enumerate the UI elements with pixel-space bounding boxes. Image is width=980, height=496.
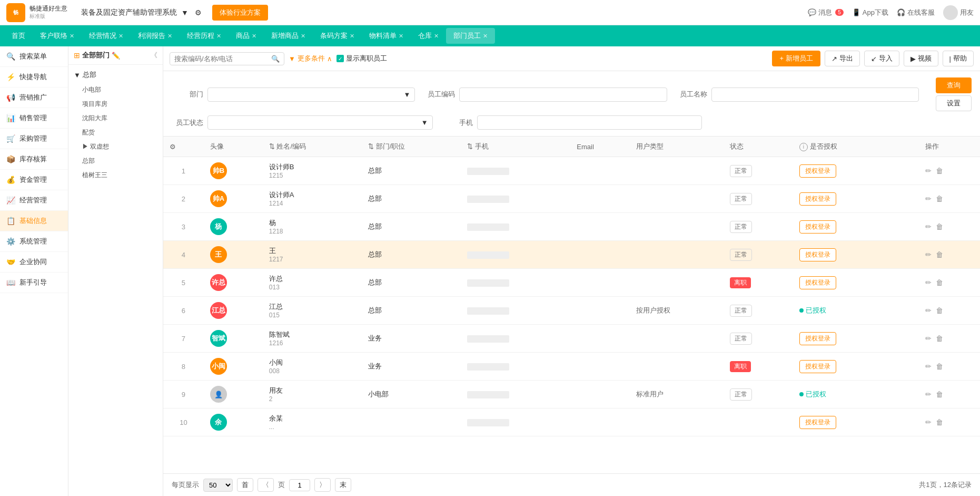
dept-item-xiaodian[interactable]: 小电部 xyxy=(77,83,163,97)
dept-item-zongbu[interactable]: 总部 xyxy=(77,154,163,168)
per-page-select[interactable]: 50 20 100 xyxy=(203,479,233,492)
edit-icon[interactable]: ✏ xyxy=(925,222,932,231)
user-menu[interactable]: 用友 xyxy=(943,5,974,20)
edit-icon[interactable]: ✏ xyxy=(925,334,932,343)
nav-business[interactable]: 📈 经营管理 xyxy=(0,190,68,211)
delete-icon[interactable]: 🗑 xyxy=(936,250,943,259)
tab-operations[interactable]: 经营情况 ✕ xyxy=(82,28,131,44)
col-phone[interactable]: ⇅ 手机 xyxy=(461,137,570,157)
delete-icon[interactable]: 🗑 xyxy=(936,167,943,175)
auth-info-icon[interactable]: i xyxy=(799,143,808,151)
edit-icon[interactable]: ✏ xyxy=(925,306,932,315)
settings-icon[interactable]: ⚙ xyxy=(193,6,204,19)
delete-icon[interactable]: 🗑 xyxy=(936,390,943,398)
row-email xyxy=(570,353,630,381)
nav-shortcuts[interactable]: ⚡ 快捷导航 xyxy=(0,67,68,87)
first-page-button[interactable]: 首 xyxy=(237,478,253,492)
nav-finance[interactable]: 💰 资金管理 xyxy=(0,170,68,190)
message-button[interactable]: 💬 消息 5 xyxy=(808,8,844,17)
export-button[interactable]: ↗ 导出 xyxy=(825,51,860,66)
edit-icon[interactable]: ✏ xyxy=(925,167,932,175)
view-button[interactable]: ▶ 视频 xyxy=(904,51,938,66)
tab-barcode[interactable]: 条码方案 ✕ xyxy=(313,28,362,44)
tab-customer[interactable]: 客户联络 ✕ xyxy=(33,28,82,44)
delete-icon[interactable]: 🗑 xyxy=(936,306,943,315)
row-status xyxy=(724,409,793,436)
tab-home[interactable]: 首页 xyxy=(4,28,33,44)
delete-icon[interactable]: 🗑 xyxy=(936,418,943,426)
filter-status-select[interactable]: ▼ xyxy=(207,115,433,130)
add-employee-button[interactable]: + 新增员工 xyxy=(772,51,820,66)
nav-inventory[interactable]: 📦 库存核算 xyxy=(0,149,68,170)
authorize-button[interactable]: 授权登录 xyxy=(799,220,836,234)
nav-marketing[interactable]: 📢 营销推广 xyxy=(0,87,68,108)
trial-button[interactable]: 体验行业方案 xyxy=(212,5,268,21)
authorize-button[interactable]: 授权登录 xyxy=(799,332,836,345)
delete-icon[interactable]: 🗑 xyxy=(936,194,943,203)
dept-item-shuangxu[interactable]: ▶ 双虚想 xyxy=(77,140,163,154)
authorize-button[interactable]: 授权登录 xyxy=(799,276,836,289)
tab-history[interactable]: 经营历程 ✕ xyxy=(180,28,229,44)
dept-item-shenyang[interactable]: 沈阳大库 xyxy=(77,111,163,125)
authorize-button[interactable]: 授权登录 xyxy=(799,360,836,373)
dept-item-project[interactable]: 项目库房 xyxy=(77,97,163,111)
edit-icon[interactable]: ✏ xyxy=(925,390,932,398)
authorize-button[interactable]: 授权登录 xyxy=(799,164,836,178)
tab-bom[interactable]: 物料清单 ✕ xyxy=(362,28,411,44)
more-filter-button[interactable]: ▼ 更多条件 ∧ xyxy=(289,54,332,63)
edit-icon[interactable]: ✏ xyxy=(925,362,932,371)
edit-icon[interactable]: ✏ xyxy=(925,278,932,287)
next-page-button[interactable]: 〉 xyxy=(314,478,331,492)
col-dept[interactable]: ⇅ 部门/职位 xyxy=(362,137,461,157)
filter-code-input[interactable] xyxy=(459,87,667,102)
filter-name-input[interactable] xyxy=(711,87,919,102)
tab-employees[interactable]: 部门员工 ✕ xyxy=(446,28,495,44)
col-settings[interactable]: ⚙ xyxy=(163,137,204,157)
online-service-button[interactable]: 🎧 在线客服 xyxy=(897,8,935,17)
show-resigned-toggle[interactable]: ✓ 显示离职员工 xyxy=(336,54,387,63)
authorize-button[interactable]: 授权登录 xyxy=(799,248,836,261)
dept-item-zhushu[interactable]: 植树王三 xyxy=(77,168,163,182)
page-number-input[interactable] xyxy=(289,479,310,491)
nav-system[interactable]: ⚙️ 系统管理 xyxy=(0,231,68,252)
title-dropdown-icon[interactable]: ▼ xyxy=(181,8,189,17)
filter-phone-input[interactable] xyxy=(477,115,702,130)
tab-profit[interactable]: 利润报告 ✕ xyxy=(131,28,180,44)
nav-purchase[interactable]: 🛒 采购管理 xyxy=(0,129,68,149)
nav-guide[interactable]: 📖 新手引导 xyxy=(0,273,68,293)
nav-collab[interactable]: 🤝 企业协同 xyxy=(0,252,68,273)
nav-basic-info[interactable]: 📋 基础信息 xyxy=(0,211,68,231)
authorize-button[interactable]: 授权登录 xyxy=(799,416,836,429)
tab-warehouse[interactable]: 仓库 ✕ xyxy=(411,28,446,44)
help-button[interactable]: | 帮助 xyxy=(943,51,974,66)
nav-search[interactable]: 🔍 搜索菜单 xyxy=(0,46,68,67)
dept-item-distribution[interactable]: 配货 xyxy=(77,125,163,140)
dept-edit-icon[interactable]: ✏️ xyxy=(112,52,120,60)
show-resigned-checkbox[interactable]: ✓ xyxy=(336,55,344,62)
tab-goods[interactable]: 商品 ✕ xyxy=(229,28,264,44)
search-button[interactable]: 查询 xyxy=(936,77,972,93)
col-name[interactable]: ⇅ 姓名/编码 xyxy=(263,137,362,157)
search-box[interactable]: 🔍 xyxy=(170,52,284,65)
prev-page-button[interactable]: 〈 xyxy=(258,478,274,492)
edit-icon[interactable]: ✏ xyxy=(925,250,932,259)
delete-icon[interactable]: 🗑 xyxy=(936,362,943,371)
delete-icon[interactable]: 🗑 xyxy=(936,222,943,231)
authorize-button[interactable]: 授权登录 xyxy=(799,192,836,206)
user-avatar xyxy=(943,5,958,20)
last-page-button[interactable]: 末 xyxy=(335,478,351,492)
filter-settings-button[interactable]: 设置 xyxy=(936,95,972,111)
nav-sales[interactable]: 📊 销售管理 xyxy=(0,108,68,129)
import-button[interactable]: ↙ 导入 xyxy=(864,51,899,66)
delete-icon[interactable]: 🗑 xyxy=(936,278,943,287)
dept-collapse-icon[interactable]: 《 xyxy=(151,51,157,60)
app-download-button[interactable]: 📱 App下载 xyxy=(852,8,888,17)
tab-add-goods[interactable]: 新增商品 ✕ xyxy=(264,28,313,44)
edit-icon[interactable]: ✏ xyxy=(925,418,932,426)
search-input[interactable] xyxy=(174,55,269,63)
delete-icon[interactable]: 🗑 xyxy=(936,334,943,343)
dept-node-hq-parent[interactable]: ▼ 总部 xyxy=(68,67,163,83)
edit-icon[interactable]: ✏ xyxy=(925,194,932,203)
status-badge: 正常 xyxy=(730,249,752,261)
filter-dept-select[interactable]: ▼ xyxy=(207,87,415,102)
